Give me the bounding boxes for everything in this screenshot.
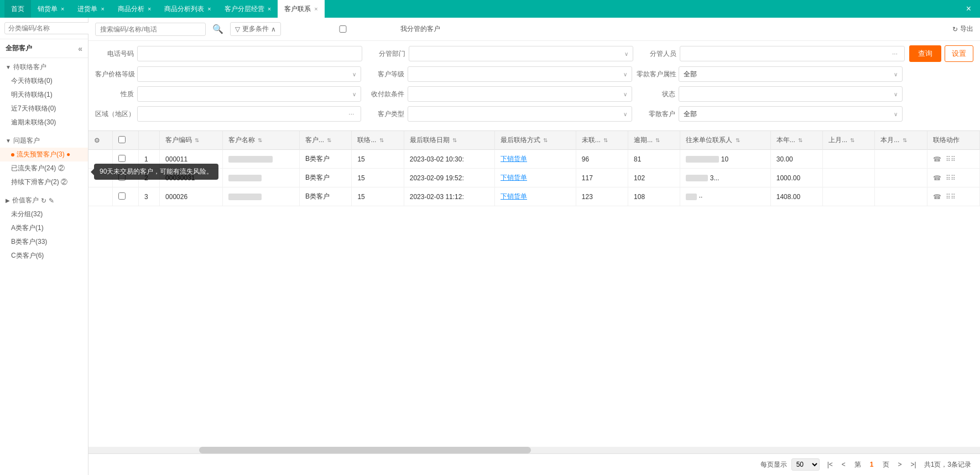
field-price-level-select[interactable]: ∨	[137, 66, 361, 82]
field-dept-select[interactable]: ∨	[409, 46, 634, 61]
td-code-1: 00030031	[160, 169, 223, 187]
horizontal-scrollbar[interactable]	[88, 447, 980, 453]
nav-tab-home[interactable]: 首页	[4, 0, 31, 18]
per-page-select[interactable]: 50 100 200	[791, 458, 820, 471]
th-contact[interactable]: 联络... ⇅	[352, 131, 404, 150]
td-last-contact-way-1[interactable]: 下销货单	[495, 169, 576, 187]
sidebar-item-ungrouped[interactable]: 未分组(32)	[0, 207, 88, 221]
field-zero-customer-select[interactable]: 全部 ∨	[679, 106, 903, 122]
field-status-select[interactable]: ∨	[679, 86, 903, 102]
field-region-select[interactable]: ···	[137, 106, 361, 122]
sort-icon-overdue: ⇅	[655, 137, 660, 143]
sidebar-search-input[interactable]	[4, 22, 95, 34]
nav-tab-sales-close[interactable]: ×	[61, 6, 64, 12]
nav-tab-customer-contact[interactable]: 客户联系 ×	[278, 0, 324, 18]
sidebar-item-c-class[interactable]: C类客户(6)	[0, 249, 88, 263]
sidebar-item-declining[interactable]: 持续下滑客户(2) ②	[0, 175, 88, 189]
contact-way-link-0[interactable]: 下销货单	[501, 155, 527, 163]
nav-tab-analysis-list-close[interactable]: ×	[207, 6, 211, 12]
refresh-icon[interactable]: ↻	[41, 197, 46, 205]
more-actions-icon-1[interactable]: ⠿⠿	[946, 174, 956, 182]
field-status: 状态 ∨	[637, 86, 903, 102]
last-page-button[interactable]: >|	[908, 460, 920, 469]
th-no-contact[interactable]: 未联... ⇅	[576, 131, 628, 150]
contact-way-link-2[interactable]: 下销货单	[501, 192, 527, 200]
edit-icon[interactable]: ✎	[49, 197, 54, 205]
field-customer-level-label: 客户等级	[366, 70, 404, 79]
query-button[interactable]: 查询	[909, 45, 941, 62]
sidebar-item-a-class[interactable]: A类客户(1)	[0, 221, 88, 235]
my-customers-checkbox[interactable]	[288, 25, 398, 33]
search-input[interactable]	[95, 23, 206, 36]
sidebar-item-b-class[interactable]: B类客户(33)	[0, 235, 88, 249]
export-button[interactable]: ↻ 导出	[952, 24, 973, 34]
row-checkbox-1[interactable]	[118, 174, 126, 181]
nav-tab-customer-tier-close[interactable]: ×	[268, 6, 271, 12]
more-actions-icon-0[interactable]: ⠿⠿	[946, 155, 956, 163]
td-last-contact-date-2: 2023-02-03 11:12:	[404, 187, 494, 206]
nav-tab-purchase-close[interactable]: ×	[101, 6, 104, 12]
scrollbar-thumb[interactable]	[199, 447, 531, 453]
next-page-button[interactable]: >	[895, 460, 905, 469]
collapse-icon[interactable]: «	[78, 44, 82, 53]
sidebar-item-churned[interactable]: 已流失客户(24) ②	[0, 161, 88, 175]
group-value-text: 价值客户	[12, 196, 39, 205]
sidebar-item-7days[interactable]: 近7天待联络(0)	[0, 102, 88, 116]
prev-page-button[interactable]: <	[838, 460, 849, 469]
td-last-contact-way-0[interactable]: 下销货单	[495, 150, 576, 169]
sidebar-item-tomorrow[interactable]: 明天待联络(1)	[0, 88, 88, 102]
th-this-month[interactable]: 本月... ⇅	[875, 131, 927, 150]
table-header-row: ⚙ 客户编码 ⇅ 客户名称 ⇅ 客户... ⇅ 联络... ⇅ 最后联络日期 ⇅…	[88, 131, 980, 150]
sidebar-item-today[interactable]: 今天待联络(0)	[0, 74, 88, 88]
sidebar-item-churn-warning[interactable]: 流失预警客户(3) ●	[0, 148, 88, 161]
td-type-1: B类客户	[300, 169, 352, 187]
th-this-year[interactable]: 本年... ⇅	[770, 131, 822, 150]
th-type[interactable]: 客户... ⇅	[300, 131, 352, 150]
nav-tab-purchase[interactable]: 进货单 ×	[71, 0, 111, 18]
sidebar-group-problem-label[interactable]: ▼ 问题客户	[0, 134, 88, 148]
th-last-contact-way[interactable]: 最后联络方式 ⇅	[495, 131, 576, 150]
field-payment-select[interactable]: ∨	[408, 86, 632, 102]
nav-tab-customer-tier[interactable]: 客户分层经营 ×	[218, 0, 278, 18]
gear-icon[interactable]: ⚙	[94, 137, 100, 144]
nav-tab-analysis-close[interactable]: ×	[148, 6, 151, 12]
th-name[interactable]: 客户名称 ⇅	[222, 131, 299, 150]
my-customers-checkbox-label[interactable]: 我分管的客户	[288, 24, 440, 34]
row-checkbox-0[interactable]	[118, 155, 126, 162]
sidebar-group-value-label[interactable]: ▶ 价值客户 ↻ ✎	[0, 194, 88, 207]
th-code[interactable]: 客户编码 ⇅	[160, 131, 223, 150]
select-all-checkbox[interactable]	[118, 136, 126, 143]
th-overdue[interactable]: 逾期... ⇅	[628, 131, 680, 150]
nav-tab-sales[interactable]: 销货单 ×	[31, 0, 71, 18]
contact-icon-1[interactable]: ☎	[933, 174, 941, 182]
nav-tab-customer-contact-close[interactable]: ×	[314, 6, 317, 12]
row-checkbox-2[interactable]	[118, 192, 126, 200]
field-manager-select[interactable]: ···	[680, 46, 905, 61]
more-conditions-button[interactable]: ▽ 更多条件 ∧	[230, 22, 281, 36]
field-customer-level-select[interactable]: ∨	[408, 66, 632, 82]
field-customer-type-select[interactable]: ∨	[408, 106, 632, 122]
th-unit-contact[interactable]: 往来单位联系人 ⇅	[680, 131, 770, 150]
search-button[interactable]: 🔍	[212, 24, 223, 34]
nav-tab-analysis[interactable]: 商品分析 ×	[111, 0, 158, 18]
field-nature-select[interactable]: ∨	[137, 86, 361, 102]
contact-way-link-1[interactable]: 下销货单	[501, 174, 527, 181]
setting-button[interactable]: 设置	[945, 45, 973, 62]
field-phone-input[interactable]	[137, 46, 362, 61]
field-zero-attr-select[interactable]: 全部 ∨	[679, 66, 903, 82]
first-page-button[interactable]: |<	[824, 460, 836, 469]
th-last-contact-date[interactable]: 最后联络日期 ⇅	[404, 131, 494, 150]
close-all-button[interactable]: ×	[962, 4, 976, 14]
nav-tab-analysis-list[interactable]: 商品分析列表 ×	[158, 0, 217, 18]
contact-icon-0[interactable]: ☎	[933, 155, 941, 163]
th-last-month[interactable]: 上月... ⇅	[823, 131, 875, 150]
chevron-down-icon-4: ∨	[623, 71, 627, 77]
sidebar-item-overdue[interactable]: 逾期未联络(30)	[0, 116, 88, 129]
contact-icon-2[interactable]: ☎	[933, 193, 941, 201]
more-actions-icon-2[interactable]: ⠿⠿	[946, 193, 956, 201]
td-last-contact-date-0: 2023-03-02 10:30:	[404, 150, 494, 169]
th-gear[interactable]: ⚙	[88, 131, 112, 150]
sidebar-group-pending-label[interactable]: ▼ 待联络客户	[0, 60, 88, 74]
table-row: 1 000011 B类客户 15 2023-03-02 10:30: 下销货单 …	[88, 150, 980, 169]
td-last-contact-way-2[interactable]: 下销货单	[495, 187, 576, 206]
